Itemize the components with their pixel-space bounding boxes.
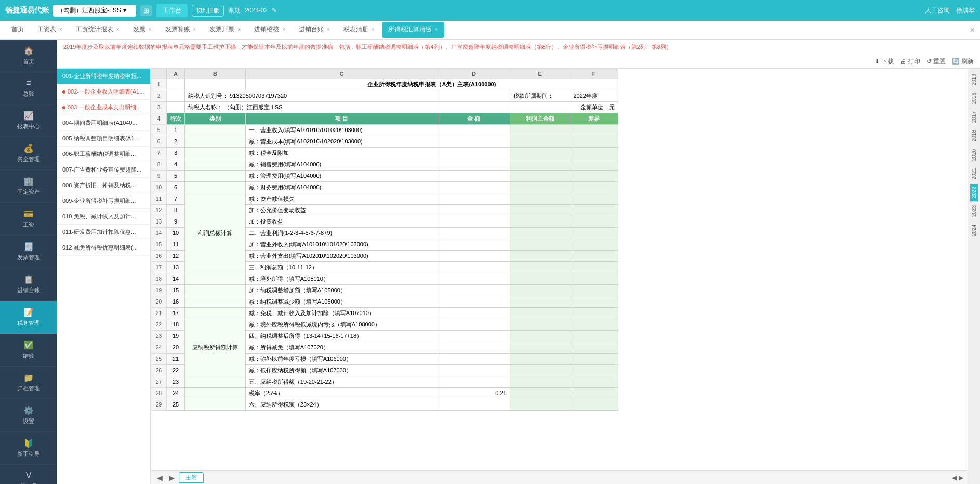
year-2016[interactable]: 2016 — [970, 89, 978, 107]
sidebar-item-member[interactable]: V 畅会员 — [0, 465, 57, 484]
col-header-rownum-label: 行次 — [167, 113, 185, 124]
salesledger-icon: 📋 — [23, 274, 34, 284]
switch-old-button[interactable]: 切到旧版 — [192, 5, 224, 17]
close-all-tabs[interactable]: × — [970, 25, 975, 35]
list-item-012[interactable]: 012-减免所得税优惠明细表(... — [57, 240, 150, 256]
sidebar-item-label: 发票管理 — [17, 254, 40, 261]
settle-icon: ✅ — [23, 340, 34, 350]
year-2022[interactable]: 2022 — [970, 184, 978, 201]
sidebar-item-settle[interactable]: ✅ 结账 — [0, 334, 57, 367]
list-item-008[interactable]: 008-资产折旧、摊销及纳税... — [57, 178, 150, 193]
main-layout: 🏠 首页 ≡ 总账 📈 报表中心 💰 资金管理 🏢 固定资产 💳 工资 🧾 发票… — [0, 40, 980, 484]
year-2017[interactable]: 2017 — [970, 108, 978, 126]
tab-invoice[interactable]: 发票 × — [127, 22, 158, 38]
sidebar-item-report[interactable]: 📈 报表中心 — [0, 104, 57, 137]
sidebar-item-guide[interactable]: 🔰 新手引导 — [0, 432, 57, 465]
payroll-icon: 💳 — [23, 209, 34, 219]
tab-sales-audit[interactable]: 进销稽核 × — [248, 22, 292, 38]
user-name[interactable]: 徐淇华 — [956, 6, 975, 15]
tab-home[interactable]: 首页 — [5, 22, 30, 38]
ai-consult[interactable]: 人工咨询 — [925, 6, 950, 15]
row-num: 1 — [151, 79, 167, 90]
year-2019[interactable]: 2019 — [970, 71, 978, 88]
tax-period-value: 2022年度 — [573, 93, 597, 99]
list-item-002[interactable]: 002-一般企业收入明细表(A1... — [57, 84, 150, 100]
close-icon[interactable]: × — [282, 27, 285, 32]
tab-invoice-account[interactable]: 发票算账 × — [159, 22, 203, 38]
download-button[interactable]: ⬇ 下载 — [875, 57, 894, 66]
col-header-item-label: 项 目 — [245, 113, 438, 124]
sidebar-item-settings[interactable]: ⚙️ 设置 — [0, 399, 57, 432]
reset-icon: ↺ — [926, 58, 932, 65]
sheet-tab-main[interactable]: 主表 — [179, 472, 204, 483]
year-2018[interactable]: 2018 — [970, 127, 978, 145]
tab-payroll[interactable]: 工资表 × — [31, 22, 69, 38]
sidebar-item-ledger[interactable]: ≡ 总账 — [0, 72, 57, 104]
list-item-001[interactable]: 001-企业所得税年度纳税申报... — [57, 69, 150, 84]
edit-icon[interactable]: ✎ — [272, 7, 277, 14]
list-item-003[interactable]: 003-一般企业成本支出明细... — [57, 100, 150, 115]
app-logo: 畅捷通易代账 — [5, 6, 49, 15]
fund-icon: 💰 — [23, 143, 34, 153]
sidebar-item-salesledger[interactable]: 📋 进销台账 — [0, 268, 57, 301]
print-button[interactable]: 🖨 打印 — [900, 57, 920, 66]
table-row: 9 5 减：管理费用(填写A104000) — [151, 170, 618, 181]
sidebar-item-tax[interactable]: 📝 税务管理 — [0, 301, 57, 334]
list-item-007[interactable]: 007-广告费和业务宣传费超降... — [57, 162, 150, 178]
list-item-005[interactable]: 005-纳税调整项目明细表(A1... — [57, 131, 150, 147]
sidebar-item-asset[interactable]: 🏢 固定资产 — [0, 170, 57, 203]
list-item-009[interactable]: 009-企业所得税补亏损明细... — [57, 193, 150, 209]
tab-income-tax[interactable]: 所得税汇算清缴 × — [382, 22, 444, 38]
tab-tax-table[interactable]: 税表清册 × — [337, 22, 381, 38]
close-icon[interactable]: × — [327, 27, 330, 32]
tab-payroll-stats[interactable]: 工资统计报表 × — [70, 22, 126, 38]
list-item-006[interactable]: 006-职工薪酬纳税调整明细... — [57, 147, 150, 162]
sidebar: 🏠 首页 ≡ 总账 📈 报表中心 💰 资金管理 🏢 固定资产 💳 工资 🧾 发票… — [0, 40, 57, 484]
asset-icon: 🏢 — [23, 176, 34, 186]
amount-unit-label: 金额单位：元 — [580, 104, 615, 110]
table-row: 8 4 减：销售费用(填写A104000) — [151, 159, 618, 170]
sidebar-item-payroll[interactable]: 💳 工资 — [0, 203, 57, 236]
reset-button[interactable]: ↺ 重置 — [926, 57, 946, 66]
two-panel: 001-企业所得税年度纳税申报... 002-一般企业收入明细表(A1... 0… — [57, 69, 980, 485]
table-row: 19 15 加：纳税调整增加额（填写A105000） — [151, 284, 618, 296]
sheet-nav-next[interactable]: ▶ — [167, 474, 177, 482]
scroll-right-icon[interactable]: ▶ — [959, 474, 963, 481]
year-2021[interactable]: 2021 — [970, 165, 978, 182]
close-icon[interactable]: × — [372, 27, 375, 32]
close-icon[interactable]: × — [435, 27, 438, 32]
close-icon[interactable]: × — [149, 27, 152, 32]
sidebar-item-invoice[interactable]: 🧾 发票管理 — [0, 236, 57, 268]
year-2023[interactable]: 2023 — [970, 202, 978, 220]
copy-icon-btn[interactable]: ⊞ — [140, 5, 152, 16]
close-icon[interactable]: × — [237, 27, 241, 32]
sidebar-item-home[interactable]: 🏠 首页 — [0, 40, 57, 72]
list-item-010[interactable]: 010-免税、减计收入及加计... — [57, 209, 150, 225]
sidebar-item-label: 工资 — [23, 221, 34, 229]
sidebar-item-archive[interactable]: 📁 归档管理 — [0, 367, 57, 399]
table-container[interactable]: A B C D E F 1 — [151, 69, 968, 471]
workbench-button[interactable]: 工作台 — [156, 4, 188, 17]
refresh-button[interactable]: 🔄 刷新 — [952, 57, 974, 66]
table-row: 1 企业所得税年度纳税申报表（A类）主表(A100000) — [151, 79, 618, 90]
close-icon[interactable]: × — [116, 27, 120, 32]
col-header-E: E — [510, 69, 570, 79]
scroll-left-icon[interactable]: ◀ — [952, 474, 957, 481]
sidebar-item-label: 归档管理 — [17, 385, 40, 393]
col-header-B: B — [185, 69, 246, 79]
year-2024[interactable]: 2024 — [970, 221, 978, 239]
tab-sales-ledger[interactable]: 进销台账 × — [293, 22, 336, 38]
list-item-011[interactable]: 011-研发费用加计扣除优惠... — [57, 225, 150, 240]
sidebar-item-label: 税务管理 — [17, 319, 40, 327]
col-header-rownum — [151, 69, 167, 79]
list-item-004[interactable]: 004-期间费用明细表(A1040... — [57, 115, 150, 131]
refresh-icon: 🔄 — [952, 58, 960, 65]
year-2020[interactable]: 2020 — [970, 146, 978, 164]
sidebar-item-label: 资金管理 — [17, 155, 40, 163]
close-icon[interactable]: × — [193, 27, 196, 32]
company-select[interactable]: （勾删）江西服宝-LSS ▾ — [53, 5, 136, 17]
sheet-nav-prev[interactable]: ◀ — [155, 474, 165, 482]
close-icon[interactable]: × — [59, 27, 62, 32]
sidebar-item-fund[interactable]: 💰 资金管理 — [0, 137, 57, 170]
tab-invoice-open[interactable]: 发票开票 × — [203, 22, 247, 38]
